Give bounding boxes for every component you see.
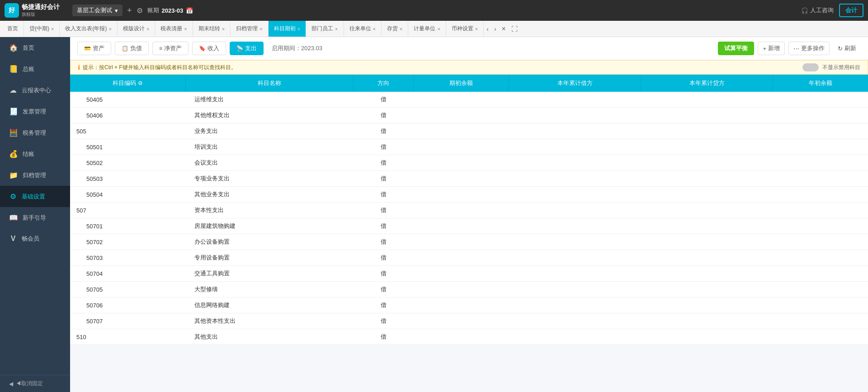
add-icon: + bbox=[763, 45, 766, 52]
collapse-label: ◀取消固定 bbox=[16, 380, 43, 387]
sidebar-collapse-button[interactable]: ◀ ◀取消固定 bbox=[0, 375, 70, 392]
table-row[interactable]: 510 其他支出 借 bbox=[70, 329, 868, 345]
sidebar-item-checkout[interactable]: 💰 结账 bbox=[0, 143, 70, 165]
cell-year-start bbox=[773, 155, 868, 171]
sub-tab-netasset[interactable]: ≡ 净资产 bbox=[152, 42, 189, 55]
col-ytd-credit: 本年累计贷方 bbox=[641, 75, 773, 92]
table-row[interactable]: 50705 大型修缮 借 bbox=[70, 282, 868, 298]
tab-close-tax[interactable]: × bbox=[184, 26, 187, 32]
sub-tab-asset[interactable]: 💳 资产 bbox=[77, 42, 111, 55]
add-company-icon[interactable]: + bbox=[127, 6, 132, 15]
sidebar-item-home[interactable]: 🏠 首页 bbox=[0, 37, 70, 58]
tab-close-inventory[interactable]: × bbox=[400, 26, 402, 32]
table-row[interactable]: 50701 房屋建筑物购建 借 bbox=[70, 218, 868, 234]
cell-code: 50406 bbox=[70, 108, 185, 123]
settings-icon[interactable]: ⚙ bbox=[137, 6, 143, 15]
tab-close-contacts[interactable]: × bbox=[373, 26, 376, 32]
sub-tab-expense[interactable]: 📡 支出 bbox=[230, 42, 264, 55]
tab-close-debt-mid[interactable]: × bbox=[51, 26, 54, 32]
sidebar-item-invoice[interactable]: 🧾 发票管理 bbox=[0, 101, 70, 122]
sidebar-item-archive[interactable]: 📁 归档管理 bbox=[0, 165, 70, 186]
cell-ytd-credit bbox=[641, 203, 773, 218]
sidebar-item-guide[interactable]: 📖 新手引导 bbox=[0, 207, 70, 228]
tab-close-subject-init[interactable]: × bbox=[297, 26, 300, 32]
header-right: 🎧 人工咨询 会计 bbox=[801, 4, 863, 17]
tab-close-department[interactable]: × bbox=[335, 26, 338, 32]
sidebar-item-cloud-reports[interactable]: ☁ 云报表中心 bbox=[0, 80, 70, 101]
main-content: 💳 资产 📋 负债 ≡ 净资产 🔖 收入 📡 支出 启用期间：2023.03 试 bbox=[70, 37, 868, 392]
tab-period-close[interactable]: 期末结转 × bbox=[193, 21, 231, 37]
table-row[interactable]: 50702 办公设备购置 借 bbox=[70, 234, 868, 250]
cell-ytd-debit bbox=[509, 329, 641, 345]
tab-tax[interactable]: 税表清册 × bbox=[155, 21, 193, 37]
cell-direction: 借 bbox=[354, 234, 413, 250]
account-button[interactable]: 会计 bbox=[839, 4, 863, 17]
table-row[interactable]: 50406 其他维权支出 借 bbox=[70, 108, 868, 123]
tab-income-annual[interactable]: 收入支出表(年报) × bbox=[60, 21, 117, 37]
tab-template[interactable]: 模版设计 × bbox=[118, 21, 155, 37]
sidebar-item-membership[interactable]: V 畅会员 bbox=[0, 228, 70, 249]
sidebar-label-archive: 归档管理 bbox=[23, 171, 46, 179]
calendar-icon[interactable]: 📅 bbox=[186, 7, 193, 14]
tab-close-unit[interactable]: × bbox=[437, 26, 440, 32]
add-button[interactable]: + 新增 bbox=[758, 42, 785, 55]
tab-prev-button[interactable]: ‹ bbox=[484, 25, 491, 33]
tab-archive[interactable]: 归档管理 × bbox=[231, 21, 268, 37]
tab-department[interactable]: 部门员工 × bbox=[306, 21, 344, 37]
tab-unit[interactable]: 计量单位 × bbox=[408, 21, 446, 37]
asset-icon: 💳 bbox=[84, 45, 91, 52]
table-row[interactable]: 505 业务支出 借 bbox=[70, 123, 868, 139]
tab-close-archive[interactable]: × bbox=[259, 26, 262, 32]
tab-contacts[interactable]: 往来单位 × bbox=[344, 21, 382, 37]
tab-close-income-annual[interactable]: × bbox=[108, 26, 111, 32]
table-row[interactable]: 50703 专用设备购置 借 bbox=[70, 250, 868, 266]
table-row[interactable]: 50502 会议支出 借 bbox=[70, 155, 868, 171]
cell-ytd-debit bbox=[509, 139, 641, 155]
tab-close-currency[interactable]: × bbox=[475, 26, 478, 32]
table-row[interactable]: 50706 信息网络购建 借 bbox=[70, 298, 868, 313]
table-row[interactable]: 50405 运维维支出 借 bbox=[70, 92, 868, 108]
tab-debt-mid[interactable]: 贷(中期) × bbox=[24, 21, 60, 37]
tab-close-period-close[interactable]: × bbox=[222, 26, 225, 32]
sub-tab-liability[interactable]: 📋 负债 bbox=[115, 42, 149, 55]
tab-subject-init[interactable]: 科目期初 × bbox=[269, 21, 306, 37]
sidebar-label-home: 首页 bbox=[23, 44, 34, 52]
table-row[interactable]: 50503 专项业务支出 借 bbox=[70, 171, 868, 187]
more-actions-button[interactable]: ⋯ 更多操作 bbox=[788, 42, 830, 55]
cell-ytd-credit bbox=[641, 329, 773, 345]
tab-close-all-button[interactable]: × bbox=[499, 25, 509, 33]
archive-icon: 📁 bbox=[9, 171, 18, 179]
tab-next-button[interactable]: › bbox=[491, 25, 499, 33]
calc-balance-button[interactable]: 试算平衡 bbox=[718, 42, 754, 55]
tab-expand-button[interactable]: ⛶ bbox=[509, 25, 520, 33]
table-header-row: 科目编码 ⚙ 科目名称 方向 期初余额 本年累计借方 本年累计贷方 年初余额 bbox=[70, 75, 868, 92]
cell-code: 50503 bbox=[70, 171, 185, 187]
col-settings-icon[interactable]: ⚙ bbox=[138, 80, 143, 86]
table-row[interactable]: 50501 培训支出 借 bbox=[70, 139, 868, 155]
cell-year-start bbox=[773, 171, 868, 187]
disabled-toggle[interactable] bbox=[802, 63, 819, 71]
tab-inventory[interactable]: 存货 × bbox=[382, 21, 408, 37]
cell-period-balance bbox=[413, 282, 509, 298]
tab-close-template[interactable]: × bbox=[146, 26, 149, 32]
cell-ytd-credit bbox=[641, 171, 773, 187]
sidebar-item-ledger[interactable]: 📒 总账 bbox=[0, 58, 70, 80]
table-row[interactable]: 50704 交通工具购置 借 bbox=[70, 266, 868, 282]
sidebar-item-tax[interactable]: 🧮 税务管理 bbox=[0, 122, 70, 143]
tab-currency[interactable]: 币种设置 × bbox=[446, 21, 484, 37]
col-code: 科目编码 ⚙ bbox=[70, 75, 185, 92]
table-row[interactable]: 50504 其他业务支出 借 bbox=[70, 187, 868, 203]
refresh-button[interactable]: ↻ 刷新 bbox=[833, 42, 861, 55]
sidebar-label-invoice: 发票管理 bbox=[23, 108, 46, 116]
consult-button[interactable]: 🎧 人工咨询 bbox=[801, 6, 834, 14]
sub-tab-income[interactable]: 🔖 收入 bbox=[192, 42, 226, 55]
cell-year-start bbox=[773, 329, 868, 345]
company-selector[interactable]: 基层工会测试 ▾ bbox=[72, 5, 123, 16]
col-period-balance: 期初余额 bbox=[413, 75, 509, 92]
cell-period-balance bbox=[413, 234, 509, 250]
sidebar-item-settings[interactable]: ⚙ 基础设置 bbox=[0, 186, 70, 207]
tab-home[interactable]: 首页 bbox=[2, 21, 24, 37]
table-row[interactable]: 507 资本性支出 借 bbox=[70, 203, 868, 218]
cell-period-balance bbox=[413, 329, 509, 345]
table-row[interactable]: 50707 其他资本性支出 借 bbox=[70, 313, 868, 329]
